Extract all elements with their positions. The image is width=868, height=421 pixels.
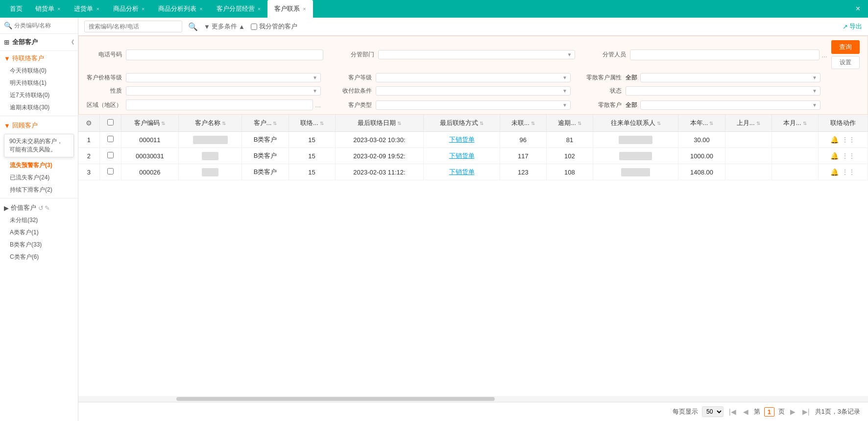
grade-select[interactable]: ▼ xyxy=(126,73,321,82)
nav-tab-productanalysis[interactable]: 商品分析 × xyxy=(106,0,151,18)
settings-button[interactable]: 设置 xyxy=(831,56,860,69)
nav-tab-purchaseorder[interactable]: 进货单 × xyxy=(67,0,106,18)
contact-action-icon[interactable]: 🔔 xyxy=(830,152,839,160)
close-purchaseorder-icon[interactable]: × xyxy=(96,6,99,12)
sidebar-group-review[interactable]: ▼ 回顾客户 xyxy=(0,118,78,132)
more-action-icon[interactable]: ⋮⋮ xyxy=(842,152,855,160)
row-checkbox[interactable] xyxy=(107,136,114,142)
close-productanalysis-icon[interactable]: × xyxy=(142,6,145,12)
per-page-select[interactable]: 50 xyxy=(702,406,723,417)
sort-lastmonth-icon[interactable]: ⇅ xyxy=(756,121,760,126)
th-action: 联络动作 xyxy=(818,115,868,132)
table-row: 1 000011 ██████ B类客户 15 2023-03-02 10:30… xyxy=(78,132,868,148)
nav-tab-customercontact[interactable]: 客户联系 × xyxy=(267,0,313,18)
level-select[interactable]: ▼ xyxy=(376,73,571,82)
sort-thismonth-icon[interactable]: ⇅ xyxy=(803,121,807,126)
my-customers-checkbox[interactable] xyxy=(251,24,257,30)
row-checkbox[interactable] xyxy=(107,152,114,158)
sort-unlinkdays-icon[interactable]: ⇅ xyxy=(531,121,535,126)
region-input[interactable] xyxy=(126,99,313,110)
dept-select[interactable]: ▼ xyxy=(378,50,576,59)
status-field: 状态 ▼ xyxy=(586,86,820,96)
ctype-select[interactable]: ▼ xyxy=(376,100,571,110)
sidebar-group-value[interactable]: ▶ 价值客户 ↺ ✎ xyxy=(0,200,78,214)
sidebar-item-7days-pending[interactable]: 近7天待联络(0) xyxy=(0,89,78,101)
scrollbar-thumb[interactable] xyxy=(176,397,495,401)
first-page-button[interactable]: |◀ xyxy=(727,408,738,416)
nav-tab-customerlayer[interactable]: 客户分层经营 × xyxy=(210,0,267,18)
sidebar-item-declining[interactable]: 持续下滑客户(2) xyxy=(0,184,78,196)
row-checkbox[interactable] xyxy=(107,168,114,174)
nav-tab-productlist[interactable]: 商品分析列表 × xyxy=(151,0,209,18)
cell-lastmonth xyxy=(725,132,772,148)
filter-search-button[interactable]: 🔍 xyxy=(188,22,198,31)
close-productlist-icon[interactable]: × xyxy=(199,6,202,12)
close-customerlayer-icon[interactable]: × xyxy=(258,6,261,12)
sort-contact-icon[interactable]: ⇅ xyxy=(320,121,324,126)
region-dots-icon[interactable]: ... xyxy=(315,101,321,109)
sidebar-item-today-pending[interactable]: 今天待联络(0) xyxy=(0,65,78,77)
close-customercontact-icon[interactable]: × xyxy=(303,6,306,12)
last-page-button[interactable]: ▶| xyxy=(801,408,811,416)
nav-tab-salesorder[interactable]: 销货单 × xyxy=(28,0,67,18)
filter-search-input[interactable] xyxy=(84,21,182,32)
sidebar-item-b-class[interactable]: B类客户(33) xyxy=(0,239,78,251)
horizontal-scrollbar[interactable] xyxy=(78,396,868,402)
th-contact: 联络... ⇅ xyxy=(289,115,335,132)
export-button[interactable]: ↗ 导出 xyxy=(843,22,862,31)
more-action-icon[interactable]: ⋮⋮ xyxy=(842,136,855,144)
my-customers-checkbox-label[interactable]: 我分管的客户 xyxy=(251,22,297,31)
sidebar-all-customers[interactable]: ⊞ 全部客户 《 xyxy=(0,34,78,51)
sort-thisyear-icon[interactable]: ⇅ xyxy=(709,121,713,126)
contact-action-icon[interactable]: 🔔 xyxy=(830,168,839,176)
sidebar-item-churned[interactable]: 已流失客户(24) xyxy=(0,172,78,184)
sort-type-icon[interactable]: ⇅ xyxy=(273,121,277,126)
filter-bar: 🔍 ▼ 更多条件 ▲ 我分管的客户 ↗ 导出 xyxy=(78,18,868,36)
filter-more-conditions[interactable]: ▼ 更多条件 ▲ xyxy=(204,22,245,31)
retail-select[interactable]: ▼ xyxy=(640,100,820,110)
sidebar-group-pending[interactable]: ▼ 待联络客户 xyxy=(0,51,78,65)
payment-label: 收付款条件 xyxy=(337,87,376,95)
sort-name-icon[interactable]: ⇅ xyxy=(222,121,226,126)
cell-check[interactable] xyxy=(99,132,121,148)
retail-field: 零散客户 全部 ▼ xyxy=(586,100,820,110)
phone-input[interactable] xyxy=(126,50,323,60)
sidebar-item-overdue-pending[interactable]: 逾期未联络(30) xyxy=(0,101,78,114)
edit-icon[interactable]: ↺ xyxy=(38,204,44,212)
cell-action: 🔔 ⋮⋮ xyxy=(818,132,868,148)
sort-lastdate-icon[interactable]: ⇅ xyxy=(397,121,401,126)
collapse-icon[interactable]: 《 xyxy=(69,39,74,46)
person-input[interactable] xyxy=(630,50,820,60)
attr-select[interactable]: ▼ xyxy=(640,73,820,82)
sort-overdue-icon[interactable]: ⇅ xyxy=(578,121,581,126)
close-salesorder-icon[interactable]: × xyxy=(57,6,60,12)
window-close-icon[interactable]: × xyxy=(852,4,864,13)
sidebar-item-c-class[interactable]: C类客户(6) xyxy=(0,251,78,263)
person-dots-icon[interactable]: ... xyxy=(821,51,827,59)
sidebar-search-input[interactable] xyxy=(14,22,74,29)
status-select[interactable]: ▼ xyxy=(626,86,820,96)
contact-action-icon[interactable]: 🔔 xyxy=(830,136,839,144)
select-all-checkbox[interactable] xyxy=(107,119,114,125)
next-page-button[interactable]: ▶ xyxy=(789,408,797,416)
payment-select[interactable]: ▼ xyxy=(376,86,571,96)
sidebar-item-ungroup[interactable]: 未分组(32) xyxy=(0,214,78,226)
cell-name: ██ xyxy=(179,164,242,180)
nature-select[interactable]: ▼ xyxy=(126,86,321,96)
add-icon[interactable]: ✎ xyxy=(45,204,50,212)
sort-partner-icon[interactable]: ⇅ xyxy=(657,121,661,126)
sidebar-item-a-class[interactable]: A类客户(1) xyxy=(0,226,78,239)
cell-check[interactable] xyxy=(99,164,121,180)
sort-code-icon[interactable]: ⇅ xyxy=(161,121,165,126)
settings-icon[interactable]: ⚙ xyxy=(86,119,92,127)
advanced-filter-panel: 电话号码 分管部门 ▼ 分管人员 ... xyxy=(78,36,868,115)
cell-check[interactable] xyxy=(99,148,121,164)
query-button[interactable]: 查询 xyxy=(831,40,860,54)
dept-label: 分管部门 xyxy=(339,50,378,59)
sort-lastmethod-icon[interactable]: ⇅ xyxy=(480,121,483,126)
more-action-icon[interactable]: ⋮⋮ xyxy=(842,168,855,176)
prev-page-button[interactable]: ◀ xyxy=(742,408,750,416)
nav-home[interactable]: 首页 xyxy=(4,0,28,18)
sidebar-item-tomorrow-pending[interactable]: 明天待联络(1) xyxy=(0,77,78,89)
sidebar-item-churn-warning[interactable]: 流失预警客户(3) xyxy=(0,159,78,172)
